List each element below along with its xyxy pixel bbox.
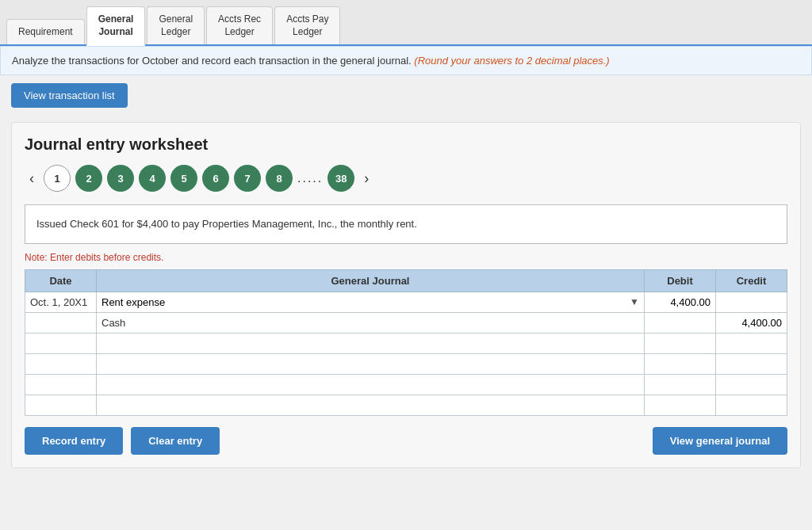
cell-desc-3[interactable]	[97, 333, 645, 353]
cell-debit-3[interactable]	[645, 333, 716, 353]
cell-desc-5[interactable]	[97, 374, 645, 395]
page-3[interactable]: 3	[107, 165, 134, 192]
cell-desc-2[interactable]: Cash	[97, 312, 645, 333]
desc-input-6[interactable]	[102, 399, 639, 411]
instruction-highlight: (Round your answers to 2 decimal places.…	[414, 55, 609, 67]
debit-input-5[interactable]	[649, 379, 710, 391]
tab-general-ledger[interactable]: GeneralLedger	[147, 6, 205, 44]
cell-date-2	[25, 312, 97, 333]
desc-input-3[interactable]	[102, 337, 639, 349]
desc-input-4[interactable]	[102, 358, 639, 370]
col-general-journal: General Journal	[97, 269, 645, 292]
debit-input-2[interactable]	[649, 317, 710, 329]
cell-credit-2[interactable]	[716, 312, 787, 333]
note-text: Note: Enter debits before credits.	[25, 252, 787, 263]
cell-date-3	[25, 333, 97, 353]
desc-input-5[interactable]	[102, 379, 639, 391]
cell-credit-6[interactable]	[716, 395, 787, 415]
cell-desc-6[interactable]	[97, 395, 645, 415]
table-row	[25, 333, 787, 353]
cell-debit-5[interactable]	[645, 374, 716, 395]
tab-requirement[interactable]: Requirement	[6, 19, 85, 45]
cell-debit-2[interactable]	[645, 312, 716, 333]
page-8[interactable]: 8	[266, 165, 293, 192]
clear-entry-button[interactable]: Clear entry	[131, 427, 220, 455]
table-row	[25, 395, 787, 415]
page-38[interactable]: 38	[327, 165, 354, 192]
pagination: ‹ 1 2 3 4 5 6 7 8 ..... 38 ›	[25, 165, 787, 192]
tab-accts-pay-ledger[interactable]: Accts PayLedger	[274, 6, 340, 44]
cell-date-6	[25, 395, 97, 415]
credit-input-4[interactable]	[721, 358, 782, 370]
cell-credit-5[interactable]	[716, 374, 787, 395]
cell-debit-6[interactable]	[645, 395, 716, 415]
table-row	[25, 374, 787, 395]
debit-input-6[interactable]	[649, 399, 710, 411]
table-row: Oct. 1, 20X1 Rent expense ▼	[25, 292, 787, 312]
col-debit: Debit	[645, 269, 716, 292]
page-2[interactable]: 2	[75, 165, 102, 192]
tab-bar: Requirement GeneralJournal GeneralLedger…	[0, 0, 812, 46]
view-general-journal-button[interactable]: View general journal	[653, 427, 787, 455]
description-text: Issued Check 601 for $4,400 to pay Prope…	[36, 218, 417, 230]
page-dots: .....	[297, 171, 323, 185]
tab-accts-rec-ledger[interactable]: Accts RecLedger	[206, 6, 273, 44]
view-transaction-button[interactable]: View transaction list	[11, 83, 128, 108]
instruction-text: Analyze the transactions for October and…	[12, 55, 412, 67]
page-4[interactable]: 4	[139, 165, 166, 192]
credit-input-6[interactable]	[721, 399, 782, 411]
record-entry-button[interactable]: Record entry	[25, 427, 123, 455]
cell-desc-4[interactable]	[97, 353, 645, 374]
action-buttons: Record entry Clear entry View general jo…	[25, 427, 787, 455]
debit-input-3[interactable]	[649, 337, 710, 349]
page-5[interactable]: 5	[170, 165, 197, 192]
debit-input-1[interactable]	[649, 296, 710, 308]
description-box: Issued Check 601 for $4,400 to pay Prope…	[25, 204, 787, 244]
main-panel: Journal entry worksheet ‹ 1 2 3 4 5 6 7 …	[11, 122, 801, 468]
credit-input-1[interactable]	[721, 296, 782, 308]
cell-date-4	[25, 353, 97, 374]
credit-input-5[interactable]	[721, 379, 782, 391]
page-1[interactable]: 1	[44, 165, 71, 192]
cell-credit-3[interactable]	[716, 333, 787, 353]
desc-dropdown-1[interactable]: Rent expense	[102, 296, 628, 308]
instruction-bar: Analyze the transactions for October and…	[0, 46, 812, 75]
cell-credit-4[interactable]	[716, 353, 787, 374]
view-transaction-area: View transaction list	[11, 83, 128, 108]
col-credit: Credit	[716, 269, 787, 292]
debit-input-4[interactable]	[649, 358, 710, 370]
page-7[interactable]: 7	[234, 165, 261, 192]
page-6[interactable]: 6	[202, 165, 229, 192]
table-row	[25, 353, 787, 374]
tab-general-journal[interactable]: GeneralJournal	[86, 6, 146, 46]
cell-credit-1[interactable]	[716, 292, 787, 312]
credit-input-3[interactable]	[721, 337, 782, 349]
page-next-button[interactable]: ›	[359, 167, 373, 190]
credit-input-2[interactable]	[721, 317, 782, 329]
col-date: Date	[25, 269, 97, 292]
cell-date-5	[25, 374, 97, 395]
journal-table: Date General Journal Debit Credit Oct. 1…	[25, 269, 787, 416]
dropdown-arrow-1: ▼	[630, 296, 639, 307]
cell-debit-4[interactable]	[645, 353, 716, 374]
page-prev-button[interactable]: ‹	[25, 167, 39, 190]
cell-desc-1[interactable]: Rent expense ▼	[97, 292, 645, 312]
cell-date-1: Oct. 1, 20X1	[25, 292, 97, 312]
worksheet-title: Journal entry worksheet	[25, 135, 787, 154]
cell-debit-1[interactable]	[645, 292, 716, 312]
table-row: Cash	[25, 312, 787, 333]
